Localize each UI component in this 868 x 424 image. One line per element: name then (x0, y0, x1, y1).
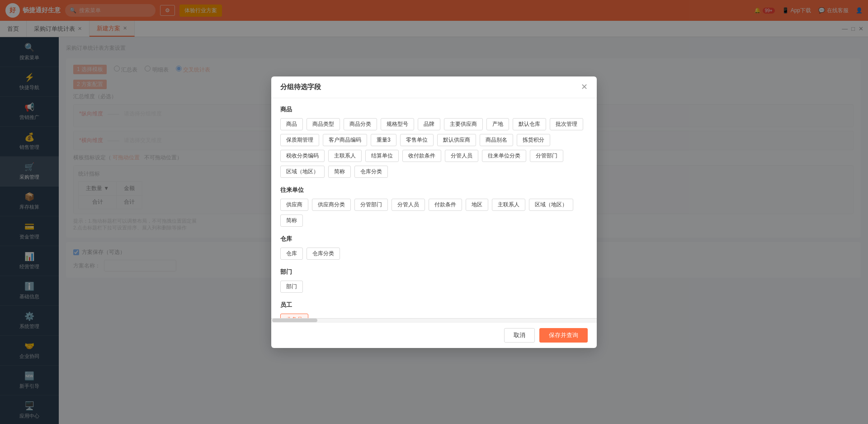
field-tag-area[interactable]: 地区 (466, 199, 488, 211)
field-tag-tax-code[interactable]: 税收分类编码 (280, 150, 325, 162)
partner-group-title: 往来单位 (280, 186, 588, 194)
modal-hscroll-thumb (272, 319, 317, 322)
field-tag-weight3[interactable]: 重量3 (371, 134, 396, 146)
field-tag-retail-unit[interactable]: 零售单位 (400, 134, 434, 146)
modal-overlay: 分组待选字段 ✕ 商品 商品 商品类型 商品分类 规格型号 品牌 主要供应商 产… (0, 0, 868, 424)
field-tag-region[interactable]: 区域（地区） (280, 166, 325, 178)
modal-footer: 取消 保存并查询 (271, 322, 597, 348)
modal-hscrollbar[interactable] (271, 318, 597, 322)
field-tag-main-contact[interactable]: 主联系人 (328, 150, 362, 162)
field-tag-brand[interactable]: 品牌 (418, 118, 440, 130)
modal-title: 分组待选字段 (280, 83, 321, 91)
field-group-employee: 员工 业务员 (280, 301, 588, 318)
field-tag-partner-short[interactable]: 简称 (280, 214, 303, 227)
field-tag-warehouse-category[interactable]: 仓库分类 (354, 166, 388, 178)
field-tag-product[interactable]: 商品 (280, 118, 303, 130)
field-tag-payment-terms[interactable]: 收付款条件 (402, 150, 441, 162)
employee-group-title: 员工 (280, 301, 588, 309)
field-group-department: 部门 部门 (280, 268, 588, 293)
field-tag-batch-mgmt[interactable]: 批次管理 (550, 118, 583, 130)
partner-field-tags: 供应商 供应商分类 分管部门 分管人员 付款条件 地区 主联系人 区域（地区） … (280, 199, 588, 227)
confirm-btn[interactable]: 保存并查询 (539, 328, 588, 343)
field-tag-supplier[interactable]: 供应商 (280, 199, 308, 211)
modal-header: 分组待选字段 ✕ (271, 76, 597, 98)
field-tag-partner-dept[interactable]: 分管部门 (354, 199, 388, 211)
warehouse-group-title: 仓库 (280, 235, 588, 243)
field-tag-partner-category[interactable]: 往来单位分类 (482, 150, 526, 162)
field-tag-supplier-category[interactable]: 供应商分类 (312, 199, 351, 211)
field-tag-main-supplier[interactable]: 主要供应商 (444, 118, 483, 130)
field-tag-department[interactable]: 部门 (280, 281, 303, 293)
warehouse-field-tags: 仓库 仓库分类 (280, 248, 588, 260)
modal-close-btn[interactable]: ✕ (581, 83, 588, 91)
field-tag-expiry-mgmt[interactable]: 保质期管理 (280, 134, 319, 146)
field-tag-partner-contact[interactable]: 主联系人 (492, 199, 525, 211)
department-group-title: 部门 (280, 268, 588, 276)
field-tag-warehouse[interactable]: 仓库 (280, 248, 303, 260)
field-tag-partner-supervisor[interactable]: 分管人员 (392, 199, 425, 211)
field-tag-customer-code[interactable]: 客户商品编码 (323, 134, 367, 146)
employee-field-tags: 业务员 (280, 314, 588, 318)
field-select-modal: 分组待选字段 ✕ 商品 商品 商品类型 商品分类 规格型号 品牌 主要供应商 产… (271, 76, 597, 348)
field-group-warehouse: 仓库 仓库 仓库分类 (280, 235, 588, 260)
field-group-partner: 往来单位 供应商 供应商分类 分管部门 分管人员 付款条件 地区 主联系人 区域… (280, 186, 588, 227)
field-tag-spec-model[interactable]: 规格型号 (381, 118, 414, 130)
field-tag-origin[interactable]: 产地 (486, 118, 509, 130)
field-tag-pick-points[interactable]: 拣货积分 (517, 134, 550, 146)
product-group-title: 商品 (280, 105, 588, 114)
cancel-btn[interactable]: 取消 (504, 328, 535, 343)
field-tag-salesperson[interactable]: 业务员 (280, 314, 308, 318)
field-tag-partner-region[interactable]: 区域（地区） (529, 199, 573, 211)
department-field-tags: 部门 (280, 281, 588, 293)
field-tag-default-warehouse[interactable]: 默认仓库 (513, 118, 546, 130)
field-tag-payment-cond[interactable]: 付款条件 (429, 199, 462, 211)
field-tag-warehouse-cat[interactable]: 仓库分类 (307, 248, 340, 260)
field-tag-dept[interactable]: 分管部门 (530, 150, 563, 162)
field-tag-short-name[interactable]: 简称 (328, 166, 351, 178)
field-tag-supervisor[interactable]: 分管人员 (445, 150, 478, 162)
field-group-product: 商品 商品 商品类型 商品分类 规格型号 品牌 主要供应商 产地 默认仓库 批次… (280, 105, 588, 178)
product-field-tags: 商品 商品类型 商品分类 规格型号 品牌 主要供应商 产地 默认仓库 批次管理 … (280, 118, 588, 178)
field-tag-settlement-unit[interactable]: 结算单位 (365, 150, 399, 162)
modal-body: 商品 商品 商品类型 商品分类 规格型号 品牌 主要供应商 产地 默认仓库 批次… (271, 98, 597, 318)
field-tag-product-alias[interactable]: 商品别名 (480, 134, 513, 146)
field-tag-default-supplier[interactable]: 默认供应商 (437, 134, 476, 146)
field-tag-product-type[interactable]: 商品类型 (307, 118, 340, 130)
field-tag-product-category[interactable]: 商品分类 (344, 118, 377, 130)
